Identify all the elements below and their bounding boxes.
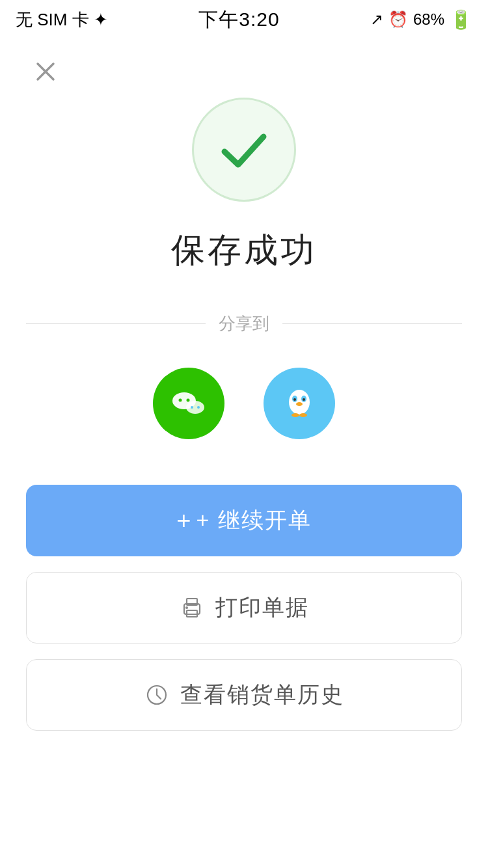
- continue-order-label: + 继续开单: [196, 506, 311, 536]
- success-icon-circle: [192, 98, 296, 202]
- close-button[interactable]: [26, 52, 65, 91]
- status-bar: 无 SIM 卡 ✦ 下午3:20 ↗ ⏰ 68% 🔋: [0, 0, 488, 39]
- continue-order-icon: +: [176, 507, 192, 535]
- checkmark-icon: [215, 120, 273, 179]
- print-icon: [179, 595, 205, 621]
- status-right: ↗ ⏰ 68% 🔋: [370, 9, 472, 31]
- wechat-icon: [167, 381, 211, 426]
- divider-left: [26, 323, 206, 324]
- svg-point-11: [293, 398, 296, 401]
- success-title: 保存成功: [171, 228, 317, 273]
- svg-point-7: [197, 406, 200, 409]
- svg-point-14: [291, 413, 299, 417]
- history-icon: [144, 682, 170, 708]
- location-icon: ↗: [370, 10, 383, 29]
- history-label: 查看销货单历史: [180, 680, 344, 710]
- svg-point-5: [187, 399, 190, 402]
- close-icon: [34, 60, 57, 83]
- print-label: 打印单据: [215, 593, 309, 623]
- share-icons-row: [153, 368, 335, 439]
- sim-status: 无 SIM 卡 ✦: [16, 8, 108, 31]
- svg-point-3: [186, 401, 204, 414]
- svg-point-13: [296, 402, 303, 406]
- qq-icon: [277, 381, 321, 426]
- svg-point-6: [191, 406, 193, 409]
- continue-order-button[interactable]: + + 继续开单: [26, 485, 462, 556]
- print-button[interactable]: 打印单据: [26, 572, 462, 644]
- status-left: 无 SIM 卡 ✦: [16, 8, 108, 31]
- svg-point-15: [299, 413, 307, 417]
- svg-point-4: [179, 399, 182, 402]
- svg-point-12: [303, 398, 305, 401]
- battery-level: 68%: [413, 10, 444, 29]
- share-divider: 分享到: [26, 312, 462, 335]
- main-content: 保存成功 分享到: [0, 39, 488, 868]
- svg-point-19: [185, 606, 188, 609]
- history-button[interactable]: 查看销货单历史: [26, 659, 462, 731]
- alarm-icon: ⏰: [388, 10, 408, 29]
- share-label: 分享到: [219, 312, 269, 335]
- status-time: 下午3:20: [198, 7, 279, 33]
- battery-icon: 🔋: [450, 9, 472, 31]
- action-buttons: + + 继续开单 打印单据 查看销货单历史: [26, 485, 462, 731]
- share-qq-button[interactable]: [264, 368, 335, 439]
- divider-right: [282, 323, 462, 324]
- share-wechat-button[interactable]: [153, 368, 224, 439]
